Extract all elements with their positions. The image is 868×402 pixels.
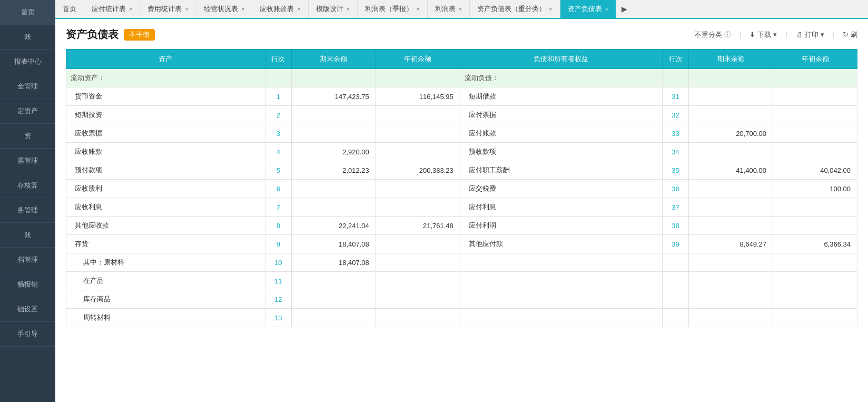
left-name: 应收票据: [66, 124, 265, 143]
table-row[interactable]: 存货 9 18,407.08 其他应付款 39 8,649.27 6,366.3…: [66, 235, 857, 253]
section-header-current-assets: 流动资产： 流动负债：: [66, 69, 857, 87]
right-begin-balance: [773, 217, 857, 235]
left-row-num: 4: [265, 143, 291, 161]
table-row[interactable]: 库存商品 12: [66, 290, 857, 309]
sidebar-item-bills[interactable]: 票管理: [0, 149, 55, 173]
table-row[interactable]: 货币资金 1 147,423.75 116,145.95 短期借款 31: [66, 87, 857, 106]
tab-close-template-design[interactable]: ×: [347, 6, 350, 12]
refresh-icon: ↻: [843, 31, 849, 38]
right-row-num: [663, 253, 689, 272]
right-name: [460, 272, 662, 290]
sidebar-item-account[interactable]: 账: [0, 25, 55, 50]
left-begin-balance: [376, 309, 460, 327]
print-action[interactable]: 🖨 打印 ▾: [796, 30, 824, 40]
tab-close-receivable-aging[interactable]: ×: [297, 6, 300, 12]
tab-profit-quarterly[interactable]: 利润表（季报） ×: [358, 0, 427, 18]
right-begin-balance: [773, 143, 857, 161]
print-chevron-icon: ▾: [821, 31, 824, 38]
tab-payable-stats[interactable]: 应付统计表 ×: [84, 0, 140, 18]
right-begin-balance: [773, 106, 857, 124]
tab-close-profit[interactable]: ×: [459, 6, 462, 12]
table-row[interactable]: 应收股利 6 应交税费 36 100.00: [66, 180, 857, 198]
tab-expense-stats[interactable]: 费用统计表 ×: [140, 0, 196, 18]
left-name: 存货: [66, 235, 265, 253]
right-end-balance: [689, 290, 773, 309]
sidebar-item-cash[interactable]: 金管理: [0, 74, 55, 99]
download-chevron-icon: ▾: [773, 31, 777, 38]
right-end-balance: [689, 87, 773, 106]
sidebar-item-settings[interactable]: 础设置: [0, 297, 55, 322]
tab-profit[interactable]: 利润表 ×: [428, 0, 470, 18]
left-name: 应收账款: [66, 143, 265, 161]
sidebar-item-inventory[interactable]: 存核算: [0, 173, 55, 198]
table-row[interactable]: 应收票据 3 应付账款 33 20,700.00: [66, 124, 857, 143]
tab-close-profit-quarterly[interactable]: ×: [416, 6, 419, 12]
right-row-num: 37: [663, 198, 689, 217]
right-row-num: [663, 290, 689, 309]
right-begin-balance: [773, 124, 857, 143]
left-end-balance: [291, 290, 376, 309]
left-name: 周转材料: [66, 309, 265, 327]
tab-close-balance[interactable]: ×: [605, 6, 608, 12]
tab-receivable-aging[interactable]: 应收账龄表 ×: [252, 0, 308, 18]
tab-home[interactable]: 首页: [55, 0, 84, 18]
left-end-balance: [291, 198, 376, 217]
header-end-balance-left: 期末余额: [291, 50, 376, 69]
left-end-balance: [291, 124, 376, 143]
tab-close-balance-reclassified[interactable]: ×: [549, 6, 552, 12]
left-begin-balance: [376, 272, 460, 290]
right-name: 应付职工薪酬: [460, 161, 662, 180]
table-row[interactable]: 在产品 11: [66, 272, 857, 290]
table-row[interactable]: 周转材料 13: [66, 309, 857, 327]
tab-balance-reclassified[interactable]: 资产负债表（重分类） ×: [470, 0, 560, 18]
right-end-balance: [689, 272, 773, 290]
table-row[interactable]: 预付款项 5 2,012.23 200,383.23 应付职工薪酬 35 41,…: [66, 161, 857, 180]
refresh-label: 刷: [851, 30, 857, 40]
download-action[interactable]: ⬇ 下载 ▾: [749, 30, 777, 40]
right-end-balance: [689, 106, 773, 124]
sidebar-item-home[interactable]: 首页: [0, 0, 55, 25]
table-row[interactable]: 应收账款 4 2,920.00 预收款项 34: [66, 143, 857, 161]
right-end-balance: 20,700.00: [689, 124, 773, 143]
left-row-num: 1: [265, 87, 291, 106]
sidebar-item-investment[interactable]: 资: [0, 124, 55, 149]
right-name: 应付账款: [460, 124, 662, 143]
header-row-num-right: 行次: [663, 50, 689, 69]
table-row[interactable]: 其他应收款 8 22,241.04 21,761.48 应付利润 38: [66, 217, 857, 235]
tab-bar: 首页 应付统计表 × 费用统计表 × 经营状况表 × 应收账龄表 × 模版设计 …: [55, 0, 868, 19]
page-header: 资产负债表 不平衡 不重分类 ⓘ | ⬇ 下载 ▾ | 🖨 打印 ▾: [66, 27, 857, 42]
download-label: 下载: [757, 30, 771, 40]
print-label: 打印: [805, 30, 818, 40]
left-row-num: 9: [265, 235, 291, 253]
tab-close-expense-stats[interactable]: ×: [185, 6, 188, 12]
info-icon: ⓘ: [724, 30, 731, 40]
sidebar-item-expense[interactable]: 畅报销: [0, 272, 55, 297]
tab-balance[interactable]: 资产负债表 ×: [560, 0, 616, 18]
sidebar-item-fixed-assets[interactable]: 定资产: [0, 99, 55, 124]
sidebar-item-guide[interactable]: 手引导: [0, 322, 55, 347]
sidebar: 首页 账 报表中心 金管理 定资产 资 票管理 存核算 务管理 账 档管理 畅报…: [0, 0, 55, 402]
table-row[interactable]: 其中：原材料 10 18,407.08: [66, 253, 857, 272]
right-begin-balance: [773, 309, 857, 327]
tab-close-payable-stats[interactable]: ×: [129, 6, 132, 12]
refresh-action[interactable]: ↻ 刷: [843, 30, 857, 40]
left-end-balance: 22,241.04: [291, 217, 376, 235]
sidebar-item-ledger[interactable]: 账: [0, 223, 55, 248]
left-name: 其中：原材料: [66, 253, 265, 272]
classification-action[interactable]: 不重分类 ⓘ: [695, 30, 731, 40]
tab-close-operation-status[interactable]: ×: [241, 6, 244, 12]
left-row-num: 5: [265, 161, 291, 180]
left-name: 在产品: [66, 272, 265, 290]
right-name: 短期借款: [460, 87, 662, 106]
right-row-num: [663, 309, 689, 327]
tab-template-design[interactable]: 模版设计 ×: [309, 0, 358, 18]
table-row[interactable]: 应收利息 7 应付利息 37: [66, 198, 857, 217]
sidebar-item-archive[interactable]: 档管理: [0, 248, 55, 272]
main-area: 首页 应付统计表 × 费用统计表 × 经营状况表 × 应收账龄表 × 模版设计 …: [55, 0, 868, 402]
table-row[interactable]: 短期投资 2 应付票据 32: [66, 106, 857, 124]
tab-scroll-right-icon[interactable]: ▶: [616, 1, 633, 17]
sidebar-item-reports[interactable]: 报表中心: [0, 50, 55, 74]
tab-operation-status[interactable]: 经营状况表 ×: [196, 0, 252, 18]
left-end-balance: 18,407.08: [291, 253, 376, 272]
sidebar-item-tax[interactable]: 务管理: [0, 198, 55, 223]
